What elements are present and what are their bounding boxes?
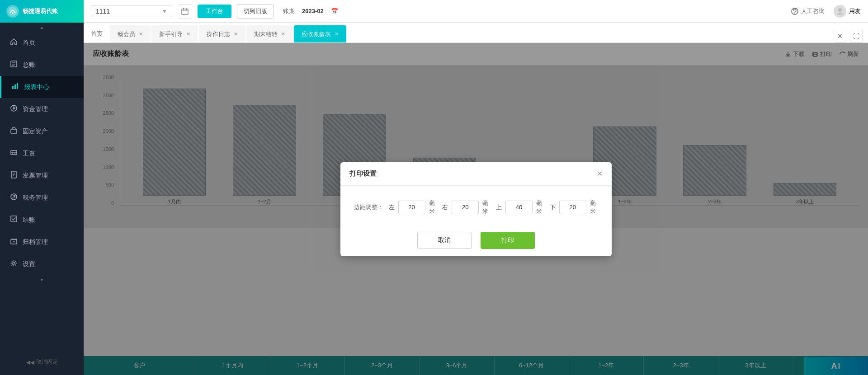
print-settings-modal: 打印设置 ✕ 边距调整： 左 毫米 — [340, 162, 612, 256]
sidebar-label-tax: 税务管理 — [23, 194, 48, 202]
margin-left-input[interactable] — [398, 201, 425, 214]
tax-icon — [9, 193, 18, 202]
svg-point-5 — [838, 8, 842, 12]
svg-rect-7 — [12, 86, 14, 89]
sidebar-item-salary[interactable]: 工资 — [0, 142, 84, 164]
tab-changhui-label: 畅会员 — [118, 30, 135, 38]
archive-icon — [9, 237, 18, 247]
settings-icon — [9, 259, 18, 269]
sidebar-scroll-down[interactable]: ▼ — [0, 275, 84, 284]
svg-rect-16 — [11, 239, 17, 244]
invoice-icon — [9, 171, 18, 180]
workbench-button[interactable]: 工作台 — [198, 5, 231, 18]
sidebar-label-assets: 固定资产 — [23, 127, 48, 136]
margin-bottom-input[interactable] — [559, 201, 586, 214]
salary-icon — [9, 149, 18, 158]
period-calendar-icon[interactable]: 📅 — [331, 8, 338, 14]
tab-closing[interactable]: 期末结转 ✕ — [246, 25, 293, 42]
margin-bottom-unit: 毫米 — [590, 199, 598, 216]
tab-maximize[interactable]: ⛶ — [850, 30, 863, 42]
sidebar-item-funds[interactable]: 资金管理 — [0, 98, 84, 120]
margin-left-dir: 左 — [389, 203, 395, 211]
sidebar-item-assets[interactable]: 固定资产 — [0, 120, 84, 142]
tab-aging-close[interactable]: ✕ — [335, 31, 339, 37]
tab-oplog[interactable]: 操作日志 ✕ — [199, 25, 245, 42]
user-name: 用友 — [849, 7, 861, 15]
tab-oplog-close[interactable]: ✕ — [234, 31, 238, 37]
tab-aging-label: 应收账龄表 — [302, 30, 331, 38]
unpin-label: 取消固定 — [36, 358, 58, 366]
logo-icon — [6, 5, 19, 18]
calendar-icon[interactable] — [178, 4, 192, 19]
user-area[interactable]: 用友 — [834, 5, 861, 18]
tab-closing-close[interactable]: ✕ — [281, 31, 285, 37]
tab-changhui-close[interactable]: ✕ — [139, 31, 143, 37]
sidebar-scroll-up[interactable]: ▲ — [0, 23, 84, 32]
margin-bottom-group: 下 毫米 — [550, 199, 598, 216]
tab-close-window[interactable]: ✕ — [834, 30, 846, 42]
sidebar-label-funds: 资金管理 — [23, 105, 48, 113]
support-button[interactable]: 人工咨询 — [791, 7, 825, 15]
sidebar-label-invoice: 发票管理 — [23, 172, 48, 180]
svg-rect-11 — [11, 129, 17, 133]
sidebar-item-reports[interactable]: 报表中心 — [0, 76, 84, 98]
funds-icon — [9, 104, 18, 114]
sidebar-item-closing[interactable]: 结账 — [0, 209, 84, 231]
tab-changhui[interactable]: 畅会员 ✕ — [110, 25, 151, 42]
sidebar-item-tax[interactable]: 税务管理 — [0, 187, 84, 209]
company-name: 1111 — [96, 8, 158, 15]
svg-point-1 — [12, 12, 14, 14]
tab-guide-close[interactable]: ✕ — [186, 31, 190, 37]
period-value: 2023-02 — [302, 8, 324, 14]
tab-aging[interactable]: 应收账龄表 ✕ — [294, 25, 346, 42]
tab-guide[interactable]: 新手引导 ✕ — [151, 25, 198, 42]
sidebar-label-closing: 结账 — [23, 216, 35, 224]
home-icon — [9, 38, 18, 47]
margin-right-dir: 右 — [442, 203, 448, 211]
tab-guide-label: 新手引导 — [159, 30, 183, 38]
chevron-down-icon: ▼ — [162, 8, 167, 14]
sidebar-item-home[interactable]: 首页 — [0, 32, 84, 54]
content-area: 首页 畅会员 ✕ 新手引导 ✕ 操作日志 ✕ 期末结转 ✕ 应收账龄表 ✕ — [84, 23, 868, 375]
unpin-icon: ◀◀ — [26, 359, 34, 366]
sidebar-label-salary: 工资 — [23, 150, 35, 158]
tab-bar: 首页 畅会员 ✕ 新手引导 ✕ 操作日志 ✕ 期末结转 ✕ 应收账龄表 ✕ — [84, 23, 868, 43]
sidebar-unpin-button[interactable]: ◀◀ 取消固定 — [0, 358, 84, 366]
user-avatar — [834, 5, 846, 18]
modal-close-button[interactable]: ✕ — [597, 169, 603, 178]
margin-right-group: 右 毫米 — [442, 199, 491, 216]
closing-icon — [9, 215, 18, 225]
margin-right-input[interactable] — [452, 201, 479, 214]
switch-version-button[interactable]: 切到旧版 — [237, 4, 274, 19]
logo: 畅捷通易代账 — [0, 0, 84, 23]
margin-form-label: 边距调整： — [354, 203, 383, 211]
sidebar-item-settings[interactable]: 设置 — [0, 253, 84, 275]
tab-oplog-label: 操作日志 — [207, 30, 230, 38]
margin-right-unit: 毫米 — [482, 199, 491, 216]
sidebar-label-home: 首页 — [23, 39, 35, 47]
modal-print-button[interactable]: 打印 — [481, 232, 535, 249]
sidebar-label-archive: 归档管理 — [23, 238, 48, 246]
margin-top-input[interactable] — [505, 201, 533, 214]
modal-body: 边距调整： 左 毫米 右 毫米 — [340, 186, 612, 225]
cancel-button[interactable]: 取消 — [417, 232, 472, 249]
margin-bottom-dir: 下 — [550, 203, 556, 211]
modal-header: 打印设置 ✕ — [340, 162, 612, 186]
margin-top-unit: 毫米 — [536, 199, 544, 216]
logo-text: 畅捷通易代账 — [23, 7, 58, 15]
sidebar-item-invoice[interactable]: 发票管理 — [0, 164, 84, 187]
tab-home-label: 首页 — [91, 30, 103, 38]
sidebar-label-settings: 设置 — [23, 260, 35, 268]
reports-icon — [10, 82, 19, 92]
svg-rect-2 — [182, 9, 188, 14]
sidebar-item-archive[interactable]: 归档管理 — [0, 231, 84, 253]
page-content: 应收账龄表 下载 — [84, 43, 868, 375]
svg-rect-15 — [11, 216, 17, 222]
svg-rect-8 — [14, 84, 16, 89]
company-selector[interactable]: 1111 ▼ — [91, 5, 172, 17]
svg-rect-9 — [17, 83, 18, 89]
sidebar-label-ledger: 总账 — [23, 61, 35, 69]
sidebar-item-ledger[interactable]: 总账 — [0, 54, 84, 76]
svg-point-4 — [794, 13, 795, 14]
tab-home[interactable]: 首页 — [84, 25, 110, 42]
